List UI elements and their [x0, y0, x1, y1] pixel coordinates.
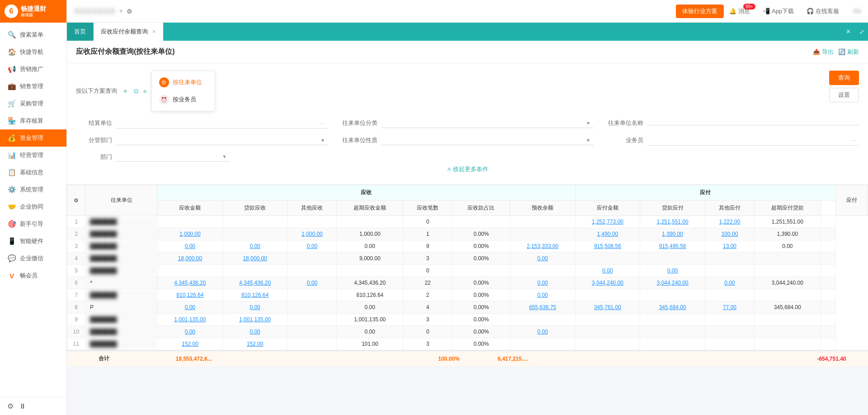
sidebar-item-search[interactable]: 🔍 搜索菜单 [0, 26, 66, 43]
row-ap-amount[interactable]: 3,044,240.00 [575, 277, 640, 289]
row-ar-amount[interactable] [158, 216, 223, 228]
sidebar-item-marketing[interactable]: 📢 营销推广 [0, 61, 66, 78]
row-ar-amount[interactable]: 4,345,436.20 [158, 277, 223, 289]
row-ap-loan[interactable]: 0.00 [640, 265, 705, 277]
row-ar-prepay[interactable]: 2,153,333.00 [510, 240, 575, 253]
category-select[interactable]: ▼ [381, 119, 593, 128]
row-ap-amount[interactable]: 915,508.56 [575, 240, 640, 253]
row-ar-prepay[interactable] [510, 216, 575, 228]
row-ap-loan[interactable]: 915,495.56 [640, 240, 705, 253]
row-ap-amount[interactable]: 345,761.00 [575, 301, 640, 314]
partner-name-input[interactable] [647, 121, 859, 125]
row-ar-other[interactable] [288, 314, 337, 326]
dept-select[interactable]: ▼ [116, 136, 328, 145]
row-ap-amount[interactable] [575, 289, 640, 301]
row-ar-amount[interactable]: 0.00 [158, 326, 223, 338]
row-ap-loan[interactable] [640, 253, 705, 265]
row-ar-amount[interactable]: 152.00 [158, 338, 223, 350]
sidebar-item-purchase[interactable]: 🛒 采购管理 [0, 95, 66, 112]
sidebar-item-guide[interactable]: 🎯 新手引导 [0, 215, 66, 233]
nature-select[interactable]: ▼ [381, 136, 593, 145]
row-ar-loan[interactable]: 810,126.64 [222, 289, 288, 301]
online-service-button[interactable]: 🎧 在线客服 [807, 7, 839, 15]
salesperson-input[interactable]: ··· [647, 135, 859, 146]
row-ar-loan[interactable]: 0.00 [222, 301, 288, 314]
tab-fullscreen-button[interactable]: ⤢ [856, 23, 868, 41]
row-ar-prepay[interactable] [510, 228, 575, 240]
row-ap-other[interactable] [705, 253, 755, 265]
row-ar-amount[interactable]: 18,000.00 [158, 253, 223, 265]
row-ap-amount[interactable] [575, 338, 640, 350]
scheme-item-salesperson[interactable]: ⏰ 按业务员 [152, 91, 214, 108]
row-ap-other[interactable]: 0.00 [705, 277, 755, 289]
row-ap-other[interactable]: 1,222.00 [705, 216, 755, 228]
sidebar-item-wechat[interactable]: 💬 企业微信 [0, 250, 66, 267]
sidebar-item-vip[interactable]: V 畅会员 [0, 267, 66, 284]
sidebar-item-sales[interactable]: 💼 销售管理 [0, 78, 66, 95]
row-ar-amount[interactable]: 0.00 [158, 301, 223, 314]
row-ap-loan[interactable]: 1,390.00 [640, 228, 705, 240]
filter-add-button[interactable]: ＋ [122, 86, 129, 96]
app-download-button[interactable]: 📲 App下载 [763, 7, 794, 15]
row-ar-amount[interactable] [158, 265, 223, 277]
row-ap-amount[interactable] [575, 253, 640, 265]
row-ar-loan[interactable] [222, 228, 288, 240]
row-ar-loan[interactable]: 1,001,135.00 [222, 314, 288, 326]
row-ar-prepay[interactable]: 0.00 [510, 253, 575, 265]
filter-prev-button[interactable]: « [143, 87, 147, 95]
department-select[interactable]: ▼ [116, 152, 230, 162]
row-ar-other[interactable] [288, 326, 337, 338]
sidebar-item-operation[interactable]: 📊 经营管理 [0, 147, 66, 164]
sidebar-item-system[interactable]: ⚙️ 系统管理 [0, 181, 66, 198]
row-ar-prepay[interactable] [510, 338, 575, 350]
row-ar-other[interactable] [288, 265, 337, 277]
filter-target-button[interactable]: ⊙ [133, 87, 139, 95]
message-button[interactable]: 🔔 消息 99+ [729, 7, 750, 15]
row-ar-prepay[interactable]: 0.00 [510, 326, 575, 338]
row-ap-other[interactable]: 100.00 [705, 228, 755, 240]
row-ap-other[interactable] [705, 338, 755, 350]
sidebar-item-finance[interactable]: 💰 资金管理 [0, 129, 66, 147]
col-settings[interactable]: ⚙ [67, 185, 85, 216]
row-ap-other[interactable] [705, 265, 755, 277]
row-ar-prepay[interactable] [510, 314, 575, 326]
row-ap-loan[interactable]: 3,044,240.00 [640, 277, 705, 289]
header-settings-icon[interactable]: ⚙ [127, 8, 132, 15]
tab-ar-query[interactable]: 应收应付余额查询 × [94, 23, 163, 41]
row-ap-amount[interactable]: 1,252,773.00 [575, 216, 640, 228]
row-ar-loan[interactable] [222, 216, 288, 228]
table-settings-icon[interactable]: ⚙ [74, 197, 79, 204]
row-ar-other[interactable] [288, 216, 337, 228]
row-ar-amount[interactable]: 1,001,135.00 [158, 314, 223, 326]
filter-collapse-button[interactable]: ∧ 收起更多条件 [76, 162, 859, 177]
row-ar-other[interactable] [288, 338, 337, 350]
tab-home[interactable]: 首页 [67, 23, 94, 41]
sidebar-item-coop[interactable]: 🤝 企业协同 [0, 198, 66, 215]
row-ap-loan[interactable] [640, 289, 705, 301]
tab-close-button[interactable]: × [841, 23, 856, 41]
sidebar-item-hardware[interactable]: 📱 智能硬件 [0, 233, 66, 250]
trial-button[interactable]: 体验行业方案 [676, 5, 724, 18]
row-ar-other[interactable] [288, 289, 337, 301]
row-ar-other[interactable] [288, 253, 337, 265]
query-button[interactable]: 查询 [829, 71, 859, 85]
row-ap-other[interactable]: 13.00 [705, 240, 755, 253]
salesperson-dots-icon[interactable]: ··· [851, 137, 856, 143]
row-ar-prepay[interactable]: 655,636.75 [510, 301, 575, 314]
sidebar-settings-icon[interactable]: ⚙ [7, 402, 14, 410]
tab-close-icon[interactable]: × [152, 29, 156, 35]
row-ar-loan[interactable]: 18,000.00 [222, 253, 288, 265]
row-ar-prepay[interactable]: 0.00 [510, 277, 575, 289]
sidebar-item-basic[interactable]: 📋 基础信息 [0, 164, 66, 181]
row-ar-prepay[interactable] [510, 265, 575, 277]
row-ap-amount[interactable] [575, 314, 640, 326]
settlement-input[interactable]: ··· [116, 118, 328, 129]
row-ar-loan[interactable] [222, 265, 288, 277]
table-wrapper[interactable]: ⚙ 往来单位 应收 应付 应付 应收金额 贷款应收 其他应收 超期应收金额 应收… [67, 185, 868, 350]
row-ap-other[interactable] [705, 326, 755, 338]
row-ar-loan[interactable]: 0.00 [222, 240, 288, 253]
row-ap-other[interactable] [705, 314, 755, 326]
row-ar-other[interactable] [288, 301, 337, 314]
row-ap-amount[interactable] [575, 326, 640, 338]
setting-button[interactable]: 设置 [829, 88, 859, 102]
